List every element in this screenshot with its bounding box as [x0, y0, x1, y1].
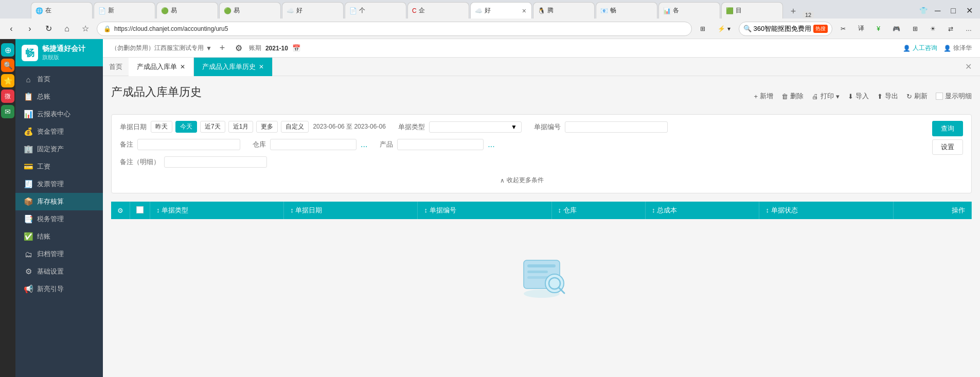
th-number[interactable]: ↕ 单据编号	[418, 202, 551, 219]
forward-button[interactable]: ›	[23, 22, 37, 36]
th-total-cost[interactable]: ↕ 总成本	[646, 202, 759, 219]
tab-2[interactable]: 📄 新	[94, 2, 155, 19]
th-checkbox[interactable]	[130, 202, 150, 219]
refresh-button[interactable]: ↻	[41, 22, 56, 36]
th-date[interactable]: ↕ 单据日期	[284, 202, 418, 219]
tab-3[interactable]: 🟢 易	[156, 2, 218, 19]
extensions-button[interactable]: ⊞	[696, 22, 709, 36]
tab-11[interactable]: 📊 各	[658, 2, 720, 19]
tab-product-inbound-history[interactable]: 产成品入库单历史 ✕	[194, 58, 273, 76]
sidebar-item-reports[interactable]: 📊 云报表中心	[15, 105, 103, 123]
tab-9[interactable]: 🐧 腾	[533, 2, 595, 19]
import-button[interactable]: ⬇ 导入	[848, 92, 869, 101]
th-gear[interactable]: ⚙	[111, 202, 130, 219]
app-icon-star[interactable]: ⭐	[1, 74, 14, 87]
search-box[interactable]: 🔍 360智能抠图免费用 热搜	[739, 22, 833, 36]
scissors-button[interactable]: ✂	[836, 22, 850, 36]
header-checkbox[interactable]	[136, 206, 144, 213]
app-icon-main[interactable]: ⊕	[1, 43, 14, 57]
warehouse-input[interactable]	[270, 139, 357, 150]
filter-1month[interactable]: 近1月	[228, 121, 254, 133]
back-button[interactable]: ‹	[4, 22, 19, 36]
print-button[interactable]: 🖨 打印 ▾	[812, 92, 840, 101]
add-company-button[interactable]: +	[216, 42, 228, 55]
address-input[interactable]: 🔒 https://cloud.chanjet.com/accounting/u…	[97, 22, 692, 36]
close-panel-button[interactable]: ✕	[957, 62, 980, 71]
th-type[interactable]: ↕ 单据类型	[150, 202, 284, 219]
product-dots-button[interactable]: ...	[488, 140, 494, 149]
sidebar-item-base-settings[interactable]: ⚙ 基础设置	[15, 263, 103, 280]
tab-8-close-icon[interactable]: ×	[521, 6, 527, 16]
home-button[interactable]: ⌂	[60, 22, 74, 36]
calendar-icon[interactable]: 📅	[292, 44, 300, 52]
sidebar-item-home[interactable]: ⌂ 首页	[15, 70, 103, 88]
display-toggle[interactable]: 显示明细	[936, 92, 972, 101]
tab-product-inbound[interactable]: 产成品入库单 ✕	[129, 58, 194, 76]
sidebar-item-invoice[interactable]: 🧾 发票管理	[15, 175, 103, 193]
sidebar-item-fixed-assets[interactable]: 🏢 固定资产	[15, 140, 103, 158]
th-warehouse[interactable]: ↕ 仓库	[551, 202, 646, 219]
sidebar-item-payroll[interactable]: 💳 工资	[15, 158, 103, 175]
app-icon-weibo[interactable]: 微	[1, 89, 14, 103]
game-button[interactable]: 🎮	[888, 22, 904, 36]
customer-service-button[interactable]: 👤 人工咨询	[903, 44, 937, 52]
sidebar-item-funds[interactable]: 💰 资金管理	[15, 123, 103, 140]
type-select[interactable]: ▼	[429, 121, 522, 133]
new-tab-button[interactable]: +	[786, 4, 800, 19]
company-selector[interactable]: （勿删勿禁用）江西服宝测试专用 ▼	[111, 44, 212, 52]
tab-5[interactable]: ☁️ 好	[282, 2, 344, 19]
filter-more[interactable]: 更多	[256, 121, 278, 133]
tab-product-inbound-close-icon[interactable]: ✕	[180, 63, 185, 70]
grid-button[interactable]: ⊞	[908, 22, 922, 36]
filter-yesterday[interactable]: 昨天	[151, 121, 172, 133]
browser-settings-button[interactable]: …	[961, 22, 976, 36]
tab-product-inbound-history-close-icon[interactable]: ✕	[259, 63, 264, 70]
breadcrumb-home[interactable]: 首页	[103, 62, 129, 71]
bookmark-button[interactable]: ☆	[78, 22, 93, 36]
export-button[interactable]: ⬆ 导出	[877, 92, 898, 101]
warehouse-dots-button[interactable]: ...	[361, 140, 367, 149]
number-input[interactable]	[565, 121, 668, 133]
yuan-button[interactable]: ¥	[872, 22, 884, 36]
lightning-button[interactable]: ⚡ ▾	[714, 22, 734, 36]
tab-10[interactable]: 📧 畅	[596, 2, 657, 19]
sun-button[interactable]: ☀	[926, 22, 940, 36]
settings-button[interactable]: 设置	[932, 139, 963, 155]
query-button[interactable]: 查询	[932, 121, 963, 136]
print-icon: 🖨	[812, 93, 818, 100]
sidebar-item-archive[interactable]: 🗂 归档管理	[15, 245, 103, 263]
back-forward-button[interactable]: ⇄	[944, 22, 957, 36]
sidebar-item-ledger[interactable]: 📋 总账	[15, 88, 103, 105]
remark-input[interactable]	[137, 139, 240, 150]
tab-6[interactable]: 📄 个	[345, 2, 406, 19]
sidebar-item-inventory[interactable]: 📦 库存核算	[15, 193, 103, 210]
topbar-settings-button[interactable]: ⚙	[233, 42, 245, 55]
maximize-button[interactable]: □	[948, 5, 959, 16]
sidebar-item-tax[interactable]: 📑 税务管理	[15, 210, 103, 228]
close-button[interactable]: ✕	[963, 5, 976, 16]
delete-button[interactable]: 🗑 删除	[781, 92, 804, 101]
sidebar-item-new-features[interactable]: 📢 新亮引导	[15, 280, 103, 298]
app-icon-search[interactable]: 🔍	[1, 59, 14, 72]
tab-12[interactable]: 🟩 目	[721, 2, 783, 19]
th-status[interactable]: ↕ 单据状态	[759, 202, 893, 219]
add-button[interactable]: + 新增	[754, 92, 773, 101]
translate-button[interactable]: 译	[854, 22, 868, 36]
tab-count[interactable]: 12	[803, 11, 814, 19]
detail-remark-input[interactable]	[164, 156, 267, 168]
display-checkbox[interactable]	[936, 93, 943, 100]
filter-7days[interactable]: 近7天	[200, 121, 225, 133]
minimize-button[interactable]: ─	[932, 5, 943, 16]
sidebar-item-checkout[interactable]: ✅ 结账	[15, 228, 103, 245]
filter-custom[interactable]: 自定义	[281, 121, 309, 133]
tab-8[interactable]: ☁️ 好 ×	[470, 2, 532, 19]
app-icon-mail[interactable]: ✉	[1, 105, 14, 118]
refresh-button[interactable]: ↻ 刷新	[906, 92, 928, 101]
filter-today[interactable]: 今天	[175, 121, 197, 133]
product-input[interactable]	[397, 139, 484, 150]
tab-7[interactable]: C 企	[407, 2, 469, 19]
tab-4[interactable]: 🟢 易	[219, 2, 281, 19]
collapse-button[interactable]: ∧ 收起更多条件	[500, 176, 544, 185]
tab-1[interactable]: 🌐 在	[31, 2, 93, 19]
user-avatar[interactable]: 👤 徐泽华	[943, 44, 972, 52]
